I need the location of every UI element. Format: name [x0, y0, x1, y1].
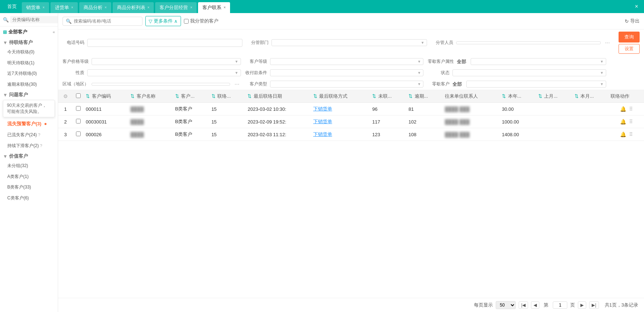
arrow-icon: ▼	[3, 92, 8, 98]
sidebar-item[interactable]: 明天待联络(1)	[0, 58, 58, 69]
tab-close-icon[interactable]: ×	[105, 2, 107, 13]
cell-last-date: 2023-02-09 19:52:	[245, 116, 311, 128]
th-checkbox	[73, 90, 84, 103]
dept-select[interactable]: ▼	[271, 39, 427, 46]
sidebar-item[interactable]: 已流失客户(24) ?	[0, 130, 58, 141]
grid-icon: ⊞	[3, 29, 7, 35]
zero-customer-field: 零歇客户 全部 ▼	[428, 81, 606, 88]
customer-level-select[interactable]: ▼	[270, 58, 424, 65]
close-all-button[interactable]: ×	[632, 3, 641, 10]
zero-customer-select[interactable]: ▼	[466, 81, 606, 88]
sidebar-group-0[interactable]: ▼ 待联络客户	[0, 37, 58, 47]
sidebar-item[interactable]: 逾期未联络(30)	[0, 79, 58, 90]
settings-button[interactable]: 设置	[619, 44, 640, 54]
cell-num: 1	[58, 103, 73, 116]
tab-close-icon[interactable]: ×	[190, 2, 192, 13]
row-checkbox[interactable]	[76, 119, 81, 123]
row-checkbox[interactable]	[76, 131, 81, 136]
row-checkbox[interactable]	[76, 106, 81, 111]
tab-close-icon[interactable]: ×	[71, 2, 73, 13]
nav-tab-商品分析列表[interactable]: 商品分析列表×	[113, 2, 154, 13]
region-more-dots[interactable]: ···	[233, 81, 241, 88]
sidebar-group-2[interactable]: ▼ 价值客户	[0, 151, 58, 161]
region-field: 区域（地区） ···	[63, 81, 241, 88]
select-all-checkbox[interactable]	[76, 93, 81, 98]
sidebar-item[interactable]: 持续下滑客户(2) ?	[0, 141, 58, 151]
prev-page-button[interactable]: ◀	[531, 301, 539, 309]
more-actions-icon[interactable]: ⠿	[629, 106, 633, 112]
tab-close-icon[interactable]: ×	[224, 2, 226, 13]
export-button[interactable]: ↻ 导出	[625, 18, 640, 24]
page-label: 第	[544, 302, 548, 308]
cell-last-month	[536, 103, 572, 116]
last-method-link[interactable]: 下销货单	[313, 119, 332, 124]
per-page-select[interactable]: 50 100	[496, 301, 516, 309]
message-icon[interactable]: 🔔	[620, 119, 626, 125]
phone-field: 电话号码	[63, 39, 242, 47]
zero-attr-label: 零歇客户属性	[428, 58, 454, 65]
cell-this-year: 1000.00	[500, 116, 536, 128]
nav-tab-进货单[interactable]: 进货单×	[51, 2, 78, 13]
last-method-link[interactable]: 下销货单	[313, 106, 332, 112]
cell-this-month	[572, 128, 609, 141]
tab-close-icon[interactable]: ×	[148, 2, 150, 13]
more-conditions-button[interactable]: ▽ 更多条件 ∧	[145, 16, 181, 26]
more-actions-icon[interactable]: ⠿	[629, 119, 633, 125]
page-input[interactable]	[553, 301, 567, 309]
nav-tab-客户分层经营[interactable]: 客户分层经营×	[155, 2, 197, 13]
manager-select[interactable]	[456, 41, 601, 44]
last-method-link[interactable]: 下销货单	[313, 131, 332, 137]
phone-input[interactable]	[87, 39, 242, 47]
column-settings-icon[interactable]: ⚙	[63, 93, 68, 99]
zero-attr-select[interactable]: ▼	[471, 58, 606, 65]
sidebar-search-input[interactable]	[10, 16, 58, 23]
nav-tab-销货单[interactable]: 销货单×	[22, 2, 49, 13]
search-input[interactable]	[74, 19, 139, 24]
region-select[interactable]	[92, 83, 230, 86]
home-tab[interactable]: 首页	[3, 0, 21, 13]
last-page-button[interactable]: ▶|	[589, 301, 599, 309]
cell-last-method: 下销货单	[311, 103, 370, 116]
dept-label: 分管部门	[247, 40, 269, 46]
message-icon[interactable]: 🔔	[620, 131, 626, 137]
nav-tab-客户联系[interactable]: 客户联系×	[198, 2, 230, 13]
next-page-button[interactable]: ▶	[578, 301, 586, 309]
sidebar-item[interactable]: 今天待联络(0)	[0, 47, 58, 58]
unit-contact-blurred: ████ ███	[445, 132, 470, 137]
message-icon[interactable]: 🔔	[620, 106, 626, 112]
price-level-field: 客户价格等级 ▼	[63, 58, 241, 65]
price-level-select[interactable]: ▼	[92, 58, 241, 65]
region-label: 区域（地区）	[63, 81, 89, 87]
sidebar-item[interactable]: C类客户(6)	[0, 193, 58, 204]
first-page-button[interactable]: |◀	[519, 301, 528, 309]
tab-label: 商品分析	[84, 2, 102, 13]
all-customers-header[interactable]: ⊞ 全部客户 «	[0, 27, 58, 37]
chevron-down-icon: ▼	[417, 82, 421, 86]
export-label: 导出	[630, 18, 640, 24]
payment-select[interactable]: ▼	[270, 69, 424, 76]
customer-type-select[interactable]: ▼	[270, 81, 424, 88]
cell-code: 000026	[84, 128, 128, 141]
collapse-icon[interactable]: «	[53, 30, 55, 34]
th-customer-type: ⇅ 客户...	[173, 90, 209, 103]
query-button[interactable]: 查询	[619, 32, 640, 42]
sidebar-item[interactable]: B类客户(33)	[0, 182, 58, 193]
status-select[interactable]: ▼	[452, 69, 606, 76]
unit-contact-blurred: ████ ███	[445, 119, 470, 125]
nav-tab-商品分析[interactable]: 商品分析×	[79, 2, 111, 13]
sidebar-item[interactable]: 未分组(32)	[0, 161, 58, 171]
tab-close-icon[interactable]: ×	[43, 2, 45, 13]
more-actions-icon[interactable]: ⠿	[629, 131, 633, 137]
cell-type: B类客户	[173, 128, 209, 141]
cell-unit-contact: ████ ███	[443, 128, 500, 141]
sidebar-item[interactable]: A类客户(1)	[0, 171, 58, 182]
gender-select[interactable]: ▼	[87, 69, 241, 76]
sidebar-item[interactable]: 流失预警客户(3) ●	[0, 118, 58, 130]
my-customers-check[interactable]	[184, 19, 189, 24]
cell-last-date: 2023-03-02 10:30:	[245, 103, 311, 116]
more-dots-icon[interactable]: ···	[604, 40, 611, 46]
sidebar-item[interactable]: 近7天待联络(0)	[0, 68, 58, 79]
my-customers-checkbox[interactable]: 我分管的客户	[184, 18, 218, 24]
sort-icon: ⇅	[575, 93, 579, 99]
sidebar-group-1[interactable]: ▼ 问题客户	[0, 90, 58, 99]
